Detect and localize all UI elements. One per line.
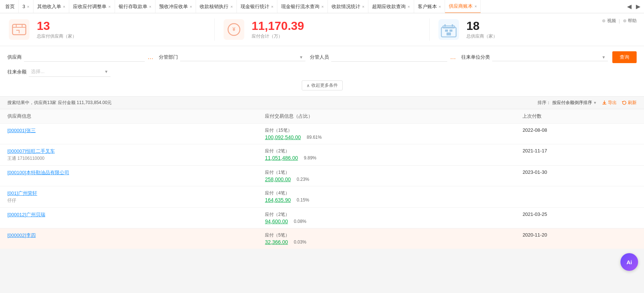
nav-tab-prepaid[interactable]: 预收冲应收单 × — [155, 0, 196, 13]
percentage-value: 0.08% — [294, 219, 306, 224]
nav-tab-cash-flow[interactable]: 现金银行流水查询 × — [277, 0, 328, 13]
help-link[interactable]: ⊙ 帮助 — [623, 18, 637, 24]
nav-tab-customer-ledger[interactable]: 客户账本 × — [414, 0, 445, 13]
table-scroll-area[interactable]: 供应商信息 应付交易信息（占比） 上次付数 [000001]张三应付（15笔）1… — [0, 109, 644, 249]
close-icon[interactable]: × — [321, 4, 323, 9]
percentage-value: 9.89% — [304, 155, 316, 161]
filter-item-dept: 分管部门 ▼ — [159, 54, 306, 61]
close-icon[interactable]: × — [271, 4, 273, 9]
amount-label: 应付（2笔） — [265, 148, 508, 154]
amount-value[interactable]: 11,051,486.00 — [265, 155, 298, 161]
nav-tab-cash-stat[interactable]: 现金银行统计 × — [237, 0, 277, 13]
summary-item-payable-suppliers: 13 总应付供应商（家） — [7, 18, 207, 41]
last-payment-cell: 2022-08-08 — [515, 124, 644, 144]
amount-value[interactable]: 94,600.00 — [265, 218, 288, 224]
close-icon[interactable]: × — [230, 4, 232, 9]
table-body: [000001]张三应付（15笔）100,092,540.0089.61%202… — [0, 124, 644, 249]
summary-divider-1 — [214, 18, 215, 41]
payable-total-label: 应付合计（万） — [252, 33, 304, 39]
nav-tab-home[interactable]: 首页 — [1, 0, 19, 13]
refresh-button[interactable]: 刷新 — [622, 100, 637, 106]
filter-item-balance: 往来余额 选择... ▼ — [7, 67, 111, 77]
nav-tab-other-income[interactable]: 其他收入单 × — [34, 0, 69, 13]
close-icon[interactable]: × — [149, 4, 151, 9]
supplier-link[interactable]: [000001]张三 — [7, 128, 36, 133]
close-icon[interactable]: × — [407, 4, 410, 9]
data-table-container: 供应商信息 应付交易信息（占比） 上次付数 [000001]张三应付（15笔）1… — [0, 109, 644, 249]
nav-tab-supplier-ledger[interactable]: 供应商账本 × — [445, 0, 481, 13]
close-icon[interactable]: × — [439, 4, 441, 9]
balance-select[interactable]: 选择... ▼ — [29, 67, 111, 77]
export-button[interactable]: 导出 — [602, 100, 617, 106]
summary-content-3: 18 总供应商（家） — [466, 20, 497, 39]
close-icon[interactable]: × — [190, 4, 192, 9]
category-select[interactable]: ▼ — [492, 54, 608, 61]
table-row: [000100]本特勒油品有限公司应付（1笔）258,000.000.23%20… — [0, 166, 644, 186]
contact-info: 仔仔 — [7, 197, 250, 204]
last-payment-cell: 2021-03-25 — [515, 208, 644, 228]
export-icon — [602, 100, 607, 105]
payable-info-cell: 应付（15笔）100,092,540.0089.61% — [258, 124, 515, 144]
total-suppliers-label: 总供应商（家） — [466, 33, 497, 39]
result-bar: 搜索结果中，供应商13家 应付金额 111,703,854.00元 排序： 按应… — [0, 97, 644, 109]
nav-tab-collection[interactable]: 收款核销执行 × — [196, 0, 237, 13]
amount-value[interactable]: 258,000.00 — [265, 176, 291, 182]
svg-rect-14 — [444, 24, 446, 27]
chevron-down-icon: ▼ — [104, 69, 108, 74]
percentage-value: 0.15% — [297, 197, 309, 203]
supplier-link[interactable]: [000002]李四 — [7, 232, 36, 238]
suppliers-table: 供应商信息 应付交易信息（占比） 上次付数 [000001]张三应付（15笔）1… — [0, 109, 644, 249]
collapse-filters-btn[interactable]: ∧ 收起更多条件 — [302, 80, 343, 90]
nav-prev-arrow[interactable]: ◀ — [625, 3, 634, 10]
nav-next-arrow[interactable]: ▶ — [634, 3, 643, 10]
nav-tab-payment-stat[interactable]: 收款情况统计 × — [328, 0, 368, 13]
amount-value[interactable]: 164,635.90 — [265, 197, 291, 203]
payable-info-cell: 应付（5笔）32,366.000.03% — [258, 228, 515, 249]
supplier-filter-label: 供应商 — [7, 54, 22, 61]
video-link[interactable]: ⊙ 视频 — [602, 18, 616, 24]
amount-value[interactable]: 100,092,540.00 — [265, 134, 301, 140]
nav-tab-1[interactable]: 3 × — [19, 0, 34, 13]
table-header: 供应商信息 应付交易信息（占比） 上次付数 — [0, 109, 644, 124]
close-icon[interactable]: × — [108, 4, 111, 9]
payable-total-icon: ¥ — [222, 18, 246, 41]
supplier-input[interactable] — [24, 53, 145, 62]
supplier-ellipsis-btn[interactable]: … — [147, 54, 154, 61]
supplier-link[interactable]: [000007]恒旺二手叉车 — [7, 148, 55, 154]
close-icon[interactable]: × — [63, 4, 65, 9]
sort-chevron-icon: ▼ — [593, 101, 597, 105]
svg-rect-11 — [445, 30, 448, 32]
summary-content-1: 13 总应付供应商（家） — [37, 20, 77, 39]
summary-divider-2 — [429, 18, 430, 41]
person-input[interactable] — [331, 53, 447, 62]
amount-value[interactable]: 32,366.00 — [265, 239, 288, 245]
supplier-link[interactable]: [000100]本特勒油品有限公司 — [7, 170, 69, 175]
last-payment-cell: 2021-11-17 — [515, 144, 644, 166]
nav-tab-overdue[interactable]: 超期应收款查询 × — [368, 0, 414, 13]
filter-item-supplier: 供应商 … — [7, 53, 154, 62]
supplier-link[interactable]: [001]广州荣轩 — [7, 190, 37, 196]
close-icon[interactable]: × — [362, 4, 364, 9]
percentage-value: 0.03% — [294, 239, 306, 245]
payable-info-cell: 应付（4笔）164,635.900.15% — [258, 186, 515, 208]
dept-select[interactable]: ▼ — [180, 54, 306, 61]
last-payment-cell: 2020-11-20 — [515, 228, 644, 249]
nav-tab-adjustment[interactable]: 应收应付调整单 × — [69, 0, 115, 13]
top-navigation: 首页 3 × 其他收入单 × 应收应付调整单 × 银行存取款单 × 预收冲应收单… — [0, 0, 644, 13]
search-button[interactable]: 查询 — [612, 51, 637, 63]
chevron-down-icon: ▼ — [602, 55, 606, 59]
nav-arrows: ◀ ▶ — [625, 3, 643, 10]
summary-item-payable-total: ¥ 11,170.39 应付合计（万） — [222, 18, 422, 41]
dept-filter-label: 分管部门 — [159, 54, 178, 61]
close-icon[interactable]: × — [475, 4, 477, 8]
amount-label: 应付（4笔） — [265, 190, 508, 196]
last-payment-cell — [515, 186, 644, 208]
supplier-payable-icon — [7, 18, 31, 41]
nav-tab-bank[interactable]: 银行存取款单 × — [115, 0, 155, 13]
sort-dropdown[interactable]: 按应付余额倒序排序 — [552, 100, 592, 105]
person-ellipsis-btn[interactable]: … — [449, 54, 457, 61]
supplier-link[interactable]: [000012]广州贝瑞 — [7, 212, 45, 217]
filter-row-2: 往来余额 选择... ▼ — [7, 67, 637, 77]
close-icon[interactable]: × — [27, 4, 29, 9]
table-row: [001]广州荣轩仔仔应付（4笔）164,635.900.15% — [0, 186, 644, 208]
